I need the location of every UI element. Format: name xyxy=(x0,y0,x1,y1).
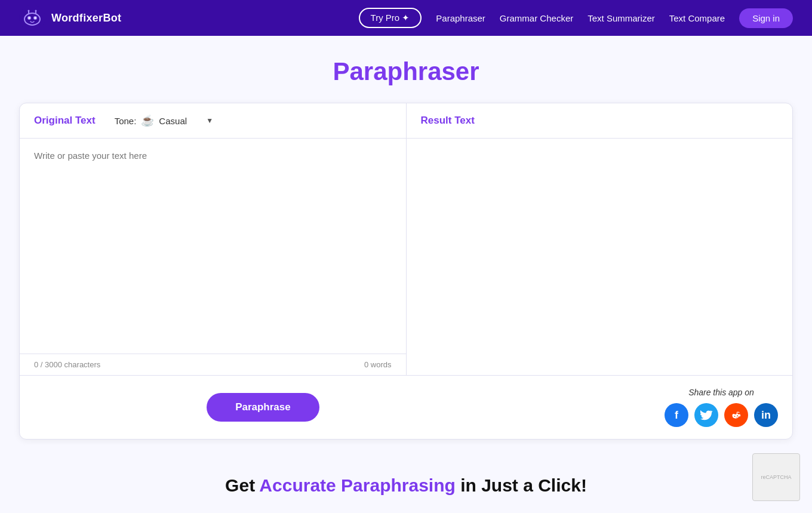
page-title-section: Paraphraser xyxy=(0,36,812,103)
navbar: WordfixerBot Try Pro ✦ Paraphraser Gramm… xyxy=(0,0,812,36)
nav-link-text-compare[interactable]: Text Compare xyxy=(669,13,725,23)
paraphrase-button[interactable]: Paraphrase xyxy=(207,393,319,422)
result-text-output xyxy=(407,139,793,375)
panel-header-left: Original Text Tone: ☕ Casual Formal Crea… xyxy=(20,103,407,138)
panels-body: 0 / 3000 characters 0 words xyxy=(20,139,792,375)
svg-point-4 xyxy=(29,17,30,19)
action-row-inner: Paraphrase Share this app on f xyxy=(34,388,778,427)
share-section: Share this app on f in xyxy=(665,388,778,427)
main-card: Original Text Tone: ☕ Casual Formal Crea… xyxy=(19,103,793,440)
nav-link-text-summarizer[interactable]: Text Summarizer xyxy=(588,13,655,23)
page-title: Paraphraser xyxy=(0,57,812,86)
nav-link-grammar-checker[interactable]: Grammar Checker xyxy=(500,13,573,23)
panel-footer: 0 / 3000 characters 0 words xyxy=(20,354,406,375)
brand-name: WordfixerBot xyxy=(51,12,121,24)
bottom-text-end: in Just a Click! xyxy=(456,475,587,495)
tone-wrapper: Casual Formal Creative Standard Fluency … xyxy=(159,116,213,126)
panel-left: 0 / 3000 characters 0 words xyxy=(20,139,407,375)
navbar-right: Try Pro ✦ Paraphraser Grammar Checker Te… xyxy=(359,8,793,28)
panel-header-right: Result Text xyxy=(407,103,793,138)
svg-point-5 xyxy=(35,17,36,19)
logo-icon xyxy=(19,5,45,31)
word-count: 0 words xyxy=(364,360,392,369)
svg-point-0 xyxy=(19,5,45,31)
bottom-section: Get Accurate Paraphrasing in Just a Clic… xyxy=(0,440,812,513)
navbar-left: WordfixerBot xyxy=(19,5,121,31)
bottom-text-start: Get xyxy=(225,475,259,495)
original-text-label: Original Text xyxy=(34,115,96,127)
bottom-text-accent: Accurate Paraphrasing xyxy=(259,475,455,495)
sign-in-button[interactable]: Sign in xyxy=(739,8,793,28)
panels-header: Original Text Tone: ☕ Casual Formal Crea… xyxy=(20,103,792,139)
svg-point-6 xyxy=(28,10,30,12)
share-linkedin-button[interactable]: in xyxy=(754,403,778,427)
tone-label: Tone: xyxy=(115,116,137,126)
char-count: 0 / 3000 characters xyxy=(34,360,100,369)
svg-point-7 xyxy=(35,10,37,12)
result-text-label: Result Text xyxy=(421,115,475,127)
share-label: Share this app on xyxy=(688,388,754,397)
share-facebook-button[interactable]: f xyxy=(665,403,688,427)
captcha-widget[interactable]: reCAPTCHA xyxy=(752,453,800,501)
panel-right xyxy=(407,139,793,375)
tone-selector: Tone: ☕ Casual Formal Creative Standard … xyxy=(115,114,214,127)
original-text-input[interactable] xyxy=(20,139,406,354)
share-icons: f in xyxy=(665,403,778,427)
share-reddit-button[interactable] xyxy=(724,403,748,427)
tone-select[interactable]: Casual Formal Creative Standard Fluency xyxy=(159,116,205,126)
share-twitter-button[interactable] xyxy=(694,403,718,427)
try-pro-button[interactable]: Try Pro ✦ xyxy=(359,8,422,28)
tone-icon: ☕ xyxy=(141,114,154,127)
chevron-down-icon: ▼ xyxy=(206,116,213,125)
nav-link-paraphraser[interactable]: Paraphraser xyxy=(436,13,485,23)
action-row: Paraphrase Share this app on f xyxy=(20,375,792,439)
